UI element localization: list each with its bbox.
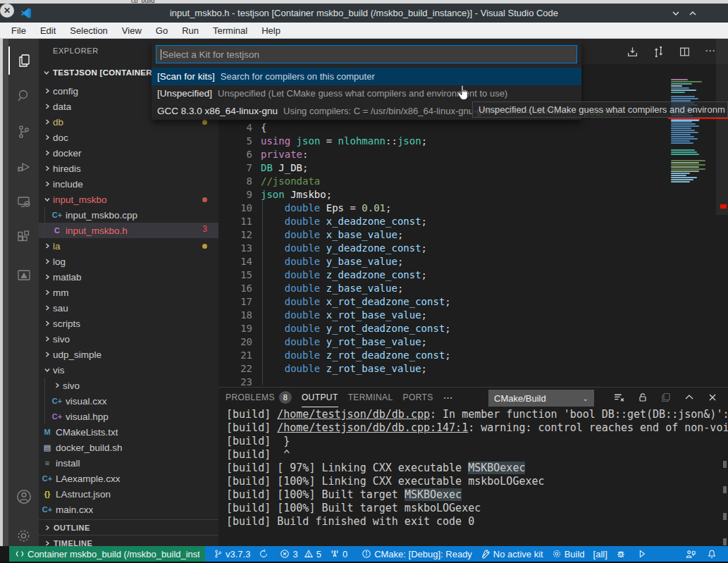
code-line[interactable]: 17 double x_rot_deadzone_const; <box>218 295 728 309</box>
code-line[interactable]: 5using json = nlohmann::json; <box>218 135 728 148</box>
code-line[interactable]: 21 double z_rot_deadzone_const; <box>218 349 728 362</box>
more-tabs-icon[interactable]: ⋯ <box>443 392 453 403</box>
tree-file-lastruct-json[interactable]: {}LAstruct.json <box>39 486 218 502</box>
menu-file[interactable]: File <box>4 24 33 37</box>
tree-folder-input-mskbo[interactable]: input_mskbo <box>39 192 218 207</box>
quickpick-item-scan-for-kits[interactable]: [Scan for kits] Search for compilers on … <box>152 68 581 85</box>
code-area[interactable]: 4{5using json = nlohmann::json;6private:… <box>218 121 728 387</box>
code-line[interactable]: 23 <box>218 376 728 387</box>
source-control-icon[interactable] <box>8 118 39 146</box>
close-panel-icon[interactable] <box>707 392 718 403</box>
build-target-item[interactable]: [all] <box>589 546 612 562</box>
maximize-panel-icon[interactable] <box>684 392 695 403</box>
explorer-icon[interactable] <box>8 47 39 75</box>
quickpick-input[interactable]: Select a Kit for testjson <box>156 45 577 63</box>
menu-terminal[interactable]: Terminal <box>206 24 254 37</box>
launch-item[interactable] <box>633 546 654 562</box>
menu-selection[interactable]: Selection <box>63 24 114 37</box>
editor-scrollbar[interactable] <box>716 39 728 215</box>
menu-edit[interactable]: Edit <box>33 24 63 37</box>
outline-section[interactable]: OUTLINE <box>39 519 218 535</box>
tree-folder-udp-simple[interactable]: udp_simple <box>39 347 218 362</box>
tab-terminal[interactable]: TERMINAL <box>348 388 393 407</box>
tree-file-main-cxx[interactable]: C+main.cxx <box>39 502 218 517</box>
tree-folder-docker[interactable]: docker <box>39 145 218 161</box>
tree-file-laexample-cxx[interactable]: C+LAexample.cxx <box>39 471 218 486</box>
tree-folder-sau[interactable]: sau <box>39 300 218 316</box>
maximize-button[interactable] <box>687 8 698 19</box>
tree-folder-sivo[interactable]: sivo <box>39 331 218 347</box>
code-line[interactable]: 20 double y_rot_base_value; <box>218 335 728 349</box>
code-line[interactable]: 8//jsondata <box>218 175 728 188</box>
code-line[interactable]: 13 double y_deadzone_const; <box>218 242 728 255</box>
code-line[interactable]: 18 double x_rot_base_value; <box>218 309 728 322</box>
tree-folder-vis[interactable]: vis <box>39 362 218 378</box>
tab-ports[interactable]: PORTS <box>403 388 433 407</box>
sync-item[interactable] <box>254 546 276 562</box>
timeline-section[interactable]: TIMELINE <box>39 535 218 546</box>
lock-icon[interactable] <box>637 392 648 403</box>
code-line[interactable]: 9json Jmskbo; <box>218 188 728 202</box>
cmake-icon[interactable] <box>8 261 39 290</box>
clear-output-icon[interactable] <box>613 392 625 404</box>
code-line[interactable]: 6private: <box>218 148 728 161</box>
tab-problems[interactable]: PROBLEMS 8 <box>226 388 292 407</box>
compare-changes-icon[interactable] <box>653 46 665 58</box>
notifications-item[interactable] <box>703 546 724 562</box>
tree-file-visual-hpp[interactable]: C+visual.hpp <box>39 409 218 424</box>
code-line[interactable]: 4{ <box>218 121 728 135</box>
run-debug-icon[interactable] <box>8 153 39 181</box>
more-actions-icon[interactable]: ⋯ <box>705 46 715 58</box>
search-icon[interactable] <box>8 82 39 110</box>
git-branch-item[interactable]: v3.7.3 <box>209 546 254 562</box>
menu-help[interactable]: Help <box>254 24 288 37</box>
tree-file-visual-cxx[interactable]: C+visual.cxx <box>39 393 218 409</box>
kit-item[interactable]: No active kit <box>476 546 548 562</box>
tree-folder-matlab[interactable]: matlab <box>39 269 218 285</box>
tree-folder-doc[interactable]: doc <box>39 130 218 145</box>
debug-item[interactable] <box>612 546 633 562</box>
menu-run[interactable]: Run <box>175 24 206 37</box>
tree-file-input-mskbo-h[interactable]: Cinput_mskbo.h3 <box>39 223 218 238</box>
extensions-icon[interactable] <box>8 223 39 252</box>
code-line[interactable]: 7DB J_DB; <box>218 161 728 175</box>
remote-indicator[interactable]: Container mskbo_build (/mskbo_build_inst… <box>9 546 205 562</box>
code-line[interactable]: 11 double x_deadzone_const; <box>218 215 728 228</box>
split-editor-icon[interactable] <box>679 46 691 58</box>
tree-file-input-mskbo-cpp[interactable]: C+input_mskbo.cpp <box>39 207 218 223</box>
settings-gear-icon[interactable] <box>8 521 39 550</box>
menu-go[interactable]: Go <box>149 24 175 37</box>
minimize-button[interactable] <box>670 8 681 19</box>
install-icon[interactable] <box>627 46 638 58</box>
tree-folder-la[interactable]: la <box>39 238 218 254</box>
problems-item[interactable]: 3 5 <box>276 546 325 562</box>
tree-folder-scripts[interactable]: scripts <box>39 316 218 331</box>
code-line[interactable]: 19 double y_rot_deadzone_const; <box>218 322 728 335</box>
tree-file-cmakelists-txt[interactable]: MCMakeLists.txt <box>39 424 218 440</box>
account-icon[interactable] <box>8 483 39 511</box>
code-line[interactable]: 10 double Eps = 0.01; <box>218 202 728 215</box>
output-log[interactable]: [build] /home/testjson/db/db.cpp: In mem… <box>226 408 720 528</box>
code-line[interactable]: 22 double z_rot_base_value; <box>218 362 728 376</box>
ports-item[interactable]: 0 <box>326 546 352 562</box>
tree-folder-mm[interactable]: mm <box>39 285 218 300</box>
tree-folder-sivo[interactable]: sivo <box>39 378 218 393</box>
tree-file-install[interactable]: ≡install <box>39 455 218 471</box>
tree-folder-hiredis[interactable]: hiredis <box>39 161 218 176</box>
cmake-status-item[interactable]: CMake: [Debug]: Ready <box>357 546 476 562</box>
tree-folder-log[interactable]: log <box>39 254 218 269</box>
open-in-editor-icon[interactable] <box>660 392 672 403</box>
code-line[interactable]: 16 double z_base_value; <box>218 282 728 295</box>
quickpick-item-unspecified[interactable]: [Unspecified] Unspecified (Let CMake gue… <box>152 85 581 103</box>
code-line[interactable]: 14 double y_base_value; <box>218 255 728 268</box>
tree-folder-include[interactable]: include <box>39 176 218 192</box>
build-item[interactable]: Build <box>548 546 589 562</box>
output-channel-dropdown[interactable]: CMake/Build ⌄ <box>488 390 594 407</box>
tree-file-docker-build-sh[interactable]: ▤docker_build.sh <box>39 440 218 455</box>
tab-output[interactable]: OUTPUT <box>302 388 338 407</box>
code-line[interactable]: 12 double x_base_value; <box>218 228 728 242</box>
remote-explorer-icon[interactable] <box>8 187 39 216</box>
code-line[interactable]: 15 double z_deadzone_const; <box>218 268 728 282</box>
menu-view[interactable]: View <box>115 24 149 37</box>
feedback-item[interactable] <box>681 546 703 562</box>
